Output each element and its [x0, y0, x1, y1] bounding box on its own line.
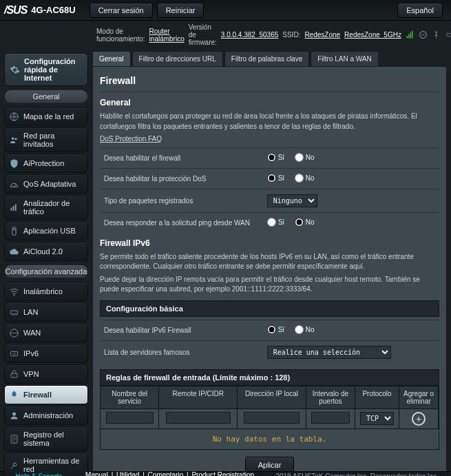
quick-setup-label: Configuración rápida de Internet [24, 57, 83, 82]
content-area: General Filtro de direcciones URL Filtro… [91, 50, 451, 471]
general-description: Habilite el cortafuegos para proteger su… [100, 112, 439, 132]
section-advanced-header: Configuración avanzada [4, 265, 88, 278]
gauge-icon [8, 178, 19, 189]
link-utility[interactable]: Utilidad [116, 471, 139, 476]
col-remote-ip: Remote IP/CIDR [159, 386, 238, 408]
link-feedback[interactable]: Comentario [148, 471, 184, 476]
sidebar-item-lan[interactable]: LAN [4, 302, 88, 322]
logout-button[interactable]: Cerrar sesión [90, 3, 153, 18]
ssid-label: SSID: [282, 31, 300, 39]
rules-header: Reglas de firewall de entrada (Límite má… [100, 369, 439, 386]
add-rule-button[interactable]: + [412, 412, 426, 426]
svg-rect-11 [14, 204, 16, 210]
svg-rect-3 [412, 31, 413, 39]
input-service-name[interactable] [106, 412, 154, 424]
basic-config-header: Configuración básica [100, 300, 439, 317]
input-port-range[interactable] [311, 412, 350, 424]
row-enable-dos-label: Desea habilitar la protección DoS [100, 168, 263, 189]
select-protocol[interactable]: TCP [360, 412, 394, 425]
section-ipv6-title: Firewall IPv6 [100, 238, 439, 248]
apply-button[interactable]: Aplicar [245, 457, 295, 472]
link-manual[interactable]: Manual [85, 471, 108, 476]
firewall-icon [8, 389, 19, 400]
quick-internet-setup[interactable]: Configuración rápida de Internet [4, 53, 88, 86]
svg-point-7 [11, 137, 14, 140]
log-icon [8, 433, 19, 444]
mobile-signal-icon [406, 30, 415, 39]
ssid-2[interactable]: RedesZone_5GHz [344, 31, 401, 39]
sidebar-item-traffic-analyzer[interactable]: Analizador de tráfico [4, 195, 88, 220]
sidebar-item-aicloud[interactable]: AiCloud 2.0 [4, 242, 88, 261]
svg-rect-0 [407, 36, 408, 38]
gear-icon [9, 64, 20, 75]
enable-firewall-no[interactable]: No [295, 153, 315, 162]
sidebar-item-usb[interactable]: Aplicación USB [4, 221, 88, 240]
admin-icon [8, 410, 19, 421]
mode-value[interactable]: Router inalámbrico [149, 28, 185, 43]
row-ping-wan-label: Desea responder a la solicitud ping desd… [100, 212, 263, 233]
model-label: 4G-AC68U [31, 6, 75, 14]
enable-firewall-yes[interactable]: Sí [267, 153, 284, 162]
firmware-label: Versión de firmware: [189, 23, 217, 46]
menu-advanced: Inalámbrico LAN WAN v6IPv6 VPN Firewall … [4, 282, 88, 476]
ipv6-desc-2: Puede dejar la dirección IP remota vacía… [100, 275, 439, 295]
col-protocol: Protocolo [355, 386, 399, 408]
row-enable-firewall-label: Desea habilitar el firewall [100, 147, 263, 168]
panel: Firewall General Habilite el cortafuegos… [92, 66, 447, 471]
sidebar-item-wan[interactable]: WAN [4, 323, 88, 342]
sidebar-item-ipv6[interactable]: v6IPv6 [4, 344, 88, 363]
repeater-icon [445, 30, 451, 39]
sidebar-item-firewall[interactable]: Firewall [4, 385, 88, 404]
footer-links: Manual | Utilidad | Comentario | Product… [84, 471, 269, 476]
enable-dos-yes[interactable]: Sí [267, 174, 284, 183]
input-local-ip[interactable] [244, 412, 300, 424]
wifi-icon [8, 286, 19, 297]
famous-servers-select[interactable]: Realice una selección [267, 346, 391, 359]
svg-text:v6: v6 [12, 353, 15, 355]
globe-icon [8, 111, 19, 122]
firmware-value[interactable]: 3.0.0.4.382_50365 [221, 31, 278, 39]
vpn-icon [8, 369, 19, 380]
lan-icon [8, 307, 19, 318]
sidebar-item-admin[interactable]: Administración [4, 406, 88, 425]
sidebar-item-aiprotection[interactable]: AiProtection [4, 154, 88, 173]
link-register[interactable]: Product Registration [191, 471, 254, 476]
sidebar-item-qos[interactable]: QoS Adaptativa [4, 174, 88, 194]
reboot-button[interactable]: Reiniciar [157, 3, 204, 18]
sidebar-item-guest-network[interactable]: Red para invitados [4, 127, 88, 152]
tab-url-filter[interactable]: Filtro de direcciones URL [132, 51, 223, 66]
language-selector[interactable]: Español [397, 3, 443, 18]
sidebar-item-wireless[interactable]: Inalámbrico [4, 282, 88, 301]
brand-logo: /SUS [4, 5, 27, 16]
rules-table: Nombre del servicio Remote IP/CIDR Direc… [100, 386, 439, 450]
tab-keyword-filter[interactable]: Filtro de palabras clave [224, 51, 309, 66]
svg-rect-15 [10, 311, 17, 314]
usb-app-icon [8, 225, 19, 236]
section-general-title: General [100, 98, 439, 107]
cloud-icon [8, 246, 19, 257]
ipv6-settings-table: Desea habilitar IPv6 Firewall Sí No List… [100, 320, 439, 364]
input-remote-ip[interactable] [166, 412, 231, 424]
ping-wan-yes[interactable]: Sí [267, 218, 284, 227]
tab-lan-wan-filter[interactable]: Filtro LAN a WAN [311, 51, 379, 66]
sidebar-item-syslog[interactable]: Registro del sistema [4, 426, 88, 451]
enable-ipv6fw-yes[interactable]: Sí [267, 325, 284, 334]
sidebar-item-network-map[interactable]: Mapa de la red [4, 107, 88, 126]
enable-dos-no[interactable]: No [295, 174, 315, 183]
packet-type-select[interactable]: Ninguno [267, 194, 317, 207]
usb-icon [432, 30, 441, 39]
help-support[interactable]: ? Help & Soporte técnico [6, 473, 77, 477]
svg-rect-2 [410, 32, 411, 38]
dos-faq-link[interactable]: DoS Protection FAQ [100, 135, 162, 143]
top-bar: /SUS 4G-AC68U Cerrar sesión Reiniciar Es… [0, 0, 451, 21]
enable-ipv6fw-no[interactable]: No [295, 325, 315, 334]
svg-rect-10 [12, 206, 14, 211]
tab-general[interactable]: General [92, 51, 131, 66]
ssid-1[interactable]: RedesZone [304, 31, 340, 39]
shield-icon [8, 158, 19, 169]
sidebar-item-vpn[interactable]: VPN [4, 364, 88, 384]
col-add-remove: Agregar o eliminar [399, 386, 439, 408]
ping-wan-no[interactable]: No [295, 218, 315, 227]
info-bar: Modo de funcionamiento: Router inalámbri… [0, 21, 451, 50]
sidebar: Configuración rápida de Internet General… [0, 50, 91, 471]
